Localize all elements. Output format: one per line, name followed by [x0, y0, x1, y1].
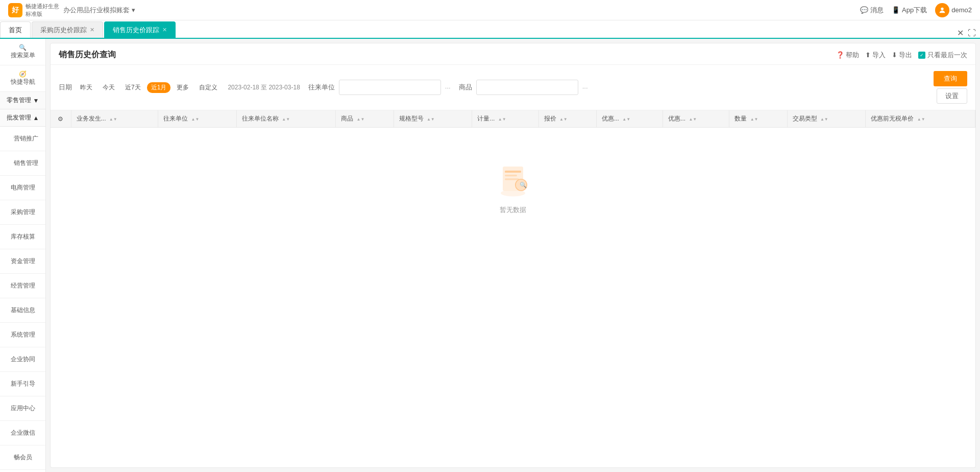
sidebar-item-finance[interactable]: 资金管理	[0, 249, 45, 274]
product-dots[interactable]: ···	[582, 84, 588, 91]
svg-point-0	[941, 7, 944, 10]
checkbox-icon: ✓	[918, 52, 925, 59]
date-option-today[interactable]: 今天	[99, 82, 119, 93]
tab-purchase-close[interactable]: ✕	[90, 27, 94, 33]
sidebar-item-enterprise[interactable]: 企业协同	[0, 347, 45, 372]
sidebar-item-sales-mgmt[interactable]: 销售管理	[0, 151, 45, 176]
sidebar-item-guide[interactable]: 新手引导	[0, 372, 45, 396]
sort-icon: ▲▼	[357, 117, 365, 122]
sidebar-item-inventory[interactable]: 库存核算	[0, 225, 45, 249]
th-product[interactable]: 商品 ▲▼	[336, 110, 394, 128]
th-unit[interactable]: 计量... ▲▼	[472, 110, 538, 128]
import-action[interactable]: ⬆ 导入	[865, 51, 886, 60]
sort-icon: ▲▼	[109, 117, 117, 122]
export-action[interactable]: ⬇ 导出	[892, 51, 912, 60]
date-option-more[interactable]: 更多	[173, 82, 193, 93]
tab-bar: 首页 采购历史价跟踪 ✕ 销售历史价跟踪 ✕ ✕ ⛶	[0, 20, 980, 39]
chevron-down-icon: ▾	[132, 6, 135, 14]
sidebar-item-quick[interactable]: 🧭 快捷导航	[0, 65, 45, 92]
product-input[interactable]	[476, 80, 578, 95]
page-title: 销售历史价查询	[59, 50, 116, 60]
partner-dots[interactable]: ···	[445, 84, 451, 91]
sort-icon: ▲▼	[427, 117, 435, 122]
content-area: 销售历史价查询 ❓ 帮助 ⬆ 导入 ⬇ 导出 ✓	[46, 39, 980, 472]
import-icon: ⬆	[865, 51, 871, 59]
sidebar-item-ecommerce[interactable]: 电商管理	[0, 176, 45, 200]
th-biz-date[interactable]: 业务发生... ▲▼	[71, 110, 158, 128]
sidebar-item-system[interactable]: 系统管理	[0, 323, 45, 347]
date-options: 昨天 今天 近7天 近1月 更多 自定义	[76, 82, 222, 93]
query-button[interactable]: 查询	[934, 71, 967, 86]
page-container: 销售历史价查询 ❓ 帮助 ⬆ 导入 ⬇ 导出 ✓	[50, 43, 976, 468]
account-selector[interactable]: 办公用品行业模拟账套 ▾	[63, 6, 135, 15]
gear-icon[interactable]: ⚙	[58, 115, 63, 123]
svg-rect-3	[505, 171, 521, 173]
close-window-icon[interactable]: ✕	[957, 28, 964, 38]
th-discount2[interactable]: 优惠... ▲▼	[663, 110, 729, 128]
th-partner-name[interactable]: 往来单位名称 ▲▼	[236, 110, 335, 128]
sidebar-item-search[interactable]: 🔍 搜索菜单	[0, 39, 45, 65]
sidebar-item-wechat[interactable]: 企业微信	[0, 421, 45, 445]
partner-label: 往来单位	[308, 83, 335, 92]
empty-state: 🔍 暂无数据	[51, 128, 975, 245]
date-option-7days[interactable]: 近7天	[121, 82, 145, 93]
filter-right-actions: 查询 设置	[934, 71, 967, 104]
sort-icon: ▲▼	[689, 117, 697, 122]
user-profile-action[interactable]: demo2	[935, 3, 972, 17]
setting-button[interactable]: 设置	[937, 88, 967, 104]
search-icon: 🔍	[19, 44, 27, 51]
product-label: 商品	[459, 83, 472, 92]
sidebar: 🔍 搜索菜单 🧭 快捷导航 零售管理 ▼ 批发管理 ▲ 营销推广 销售管理 电商…	[0, 39, 46, 472]
message-icon: 💬	[860, 6, 868, 14]
sidebar-item-retail[interactable]: 零售管理 ▼	[0, 92, 45, 109]
product-filter-group: 商品 ···	[459, 80, 588, 95]
sidebar-item-operations[interactable]: 经营管理	[0, 274, 45, 298]
tab-sales[interactable]: 销售历史价跟踪 ✕	[104, 21, 176, 38]
sidebar-item-member[interactable]: 畅会员	[0, 445, 45, 470]
message-action[interactable]: 💬 消息	[860, 6, 884, 15]
date-option-custom[interactable]: 自定义	[195, 82, 222, 93]
date-filter-group: 日期 昨天 今天 近7天 近1月 更多 自定义 2023-02-18 至 202…	[59, 82, 300, 93]
app-download-action[interactable]: 📱 App下载	[892, 6, 927, 15]
th-qty[interactable]: 数量 ▲▼	[729, 110, 787, 128]
tab-home[interactable]: 首页	[0, 21, 31, 38]
maximize-icon[interactable]: ⛶	[968, 29, 976, 38]
partner-input[interactable]	[339, 80, 441, 95]
sidebar-item-purchase[interactable]: 采购管理	[0, 200, 45, 225]
page-actions: ❓ 帮助 ⬆ 导入 ⬇ 导出 ✓ 只看最后一次	[836, 51, 967, 60]
sort-icon: ▲▼	[282, 117, 290, 122]
filter-bar: 日期 昨天 今天 近7天 近1月 更多 自定义 2023-02-18 至 202…	[51, 65, 975, 110]
help-action[interactable]: ❓ 帮助	[836, 51, 859, 60]
sort-icon: ▲▼	[622, 117, 630, 122]
sort-icon: ▲▼	[917, 117, 925, 122]
header-left: 好 畅捷通好生意 标准版 办公用品行业模拟账套 ▾	[8, 3, 135, 17]
chevron-up-icon: ▲	[33, 114, 39, 122]
sidebar-item-marketing[interactable]: 营销推广	[0, 127, 45, 151]
top-header: 好 畅捷通好生意 标准版 办公用品行业模拟账套 ▾ 💬 消息 📱 App下载 d…	[0, 0, 980, 20]
th-gear[interactable]: ⚙	[51, 110, 71, 128]
partner-filter-group: 往来单位 ···	[308, 80, 451, 95]
th-partner[interactable]: 往来单位 ▲▼	[158, 110, 237, 128]
tab-bar-actions: ✕ ⛶	[953, 28, 980, 38]
th-no-tax-price[interactable]: 优惠前无税单价 ▲▼	[866, 110, 975, 128]
th-price[interactable]: 报价 ▲▼	[538, 110, 596, 128]
date-option-1month[interactable]: 近1月	[147, 82, 171, 93]
sidebar-item-app-center[interactable]: 应用中心	[0, 396, 45, 421]
phone-icon: 📱	[892, 6, 900, 14]
sidebar-item-wholesale[interactable]: 批发管理 ▲	[0, 109, 45, 127]
svg-rect-5	[505, 178, 519, 180]
last-once-checkbox[interactable]: ✓ 只看最后一次	[918, 51, 967, 60]
data-table: ⚙ 业务发生... ▲▼ 往来单位 ▲▼ 往来单位名称	[51, 110, 975, 128]
th-trans-type[interactable]: 交易类型 ▲▼	[787, 110, 866, 128]
th-discount1[interactable]: 优惠... ▲▼	[596, 110, 663, 128]
tab-sales-close[interactable]: ✕	[162, 27, 167, 33]
sort-icon: ▲▼	[191, 117, 200, 122]
nav-icon: 🧭	[19, 70, 27, 78]
tab-purchase[interactable]: 采购历史价跟踪 ✕	[32, 21, 103, 38]
date-option-yesterday[interactable]: 昨天	[76, 82, 96, 93]
sidebar-item-basic[interactable]: 基础信息	[0, 298, 45, 323]
sort-icon: ▲▼	[750, 117, 758, 122]
th-spec[interactable]: 规格型号 ▲▼	[394, 110, 472, 128]
logo-icon: 好	[8, 3, 22, 17]
sort-icon: ▲▼	[498, 117, 506, 122]
